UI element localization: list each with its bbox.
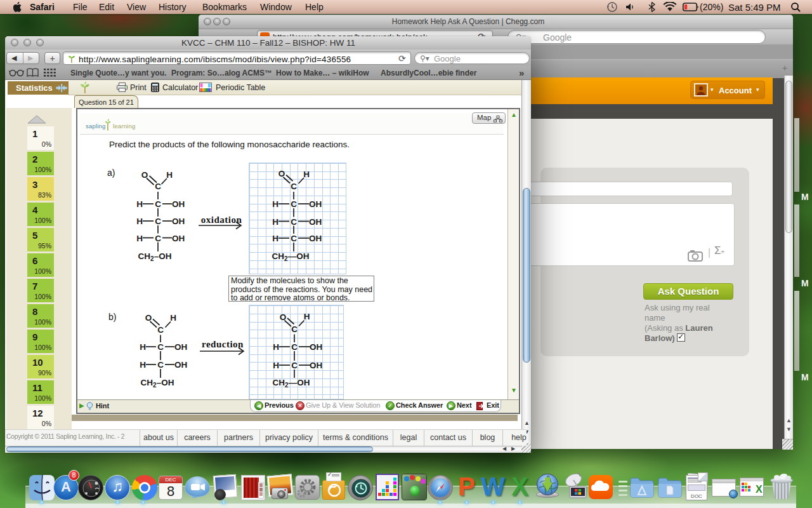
svg-text:C: C [291, 217, 297, 227]
svg-text:C: C [291, 324, 298, 334]
svg-text:OH: OH [172, 234, 185, 243]
svg-text:X: X [756, 484, 763, 495]
svg-text:H: H [170, 313, 176, 323]
svg-text:CH2—OH: CH2—OH [272, 251, 310, 262]
svg-text:OH: OH [174, 360, 187, 370]
svg-text:H: H [136, 234, 143, 243]
svg-text:OH: OH [309, 234, 322, 243]
svg-text:H: H [272, 217, 278, 227]
svg-text:OH: OH [309, 217, 322, 227]
svg-text:H: H [166, 170, 173, 180]
svg-text:C: C [155, 182, 161, 191]
svg-text:H: H [303, 170, 310, 179]
svg-text:O: O [145, 313, 152, 323]
svg-text:CH2–OH: CH2–OH [138, 251, 172, 262]
svg-text:C: C [155, 199, 161, 209]
svg-text:C: C [155, 217, 161, 226]
svg-text:C: C [157, 325, 164, 335]
svg-text:OH: OH [172, 217, 185, 226]
svg-text:O: O [280, 312, 287, 322]
svg-text:O: O [278, 169, 285, 178]
svg-text:CH2—OH: CH2—OH [273, 378, 310, 389]
svg-text:H: H [272, 234, 278, 243]
svg-text:C: C [291, 234, 297, 243]
svg-text:H: H [136, 199, 143, 209]
svg-text:C: C [291, 342, 298, 352]
svg-text:C: C [291, 361, 298, 370]
svg-text:H: H [272, 199, 278, 209]
svg-text:OH: OH [309, 199, 322, 209]
svg-text:C: C [291, 182, 297, 191]
svg-text:OH: OH [172, 199, 185, 209]
svg-text:C: C [155, 234, 161, 243]
svg-text:C: C [157, 360, 164, 370]
svg-text:H: H [273, 342, 279, 352]
svg-text:C: C [157, 342, 164, 352]
svg-text:OH: OH [310, 361, 322, 370]
svg-text:H: H [140, 360, 146, 370]
svg-text:CH2–OH: CH2–OH [141, 378, 174, 389]
svg-text:H: H [140, 342, 146, 352]
svg-text:OH: OH [310, 342, 322, 352]
svg-text:H: H [304, 312, 310, 321]
svg-text:H: H [273, 361, 279, 370]
svg-text:OH: OH [174, 342, 187, 352]
svg-text:C: C [291, 199, 297, 209]
svg-text:H: H [136, 217, 143, 226]
